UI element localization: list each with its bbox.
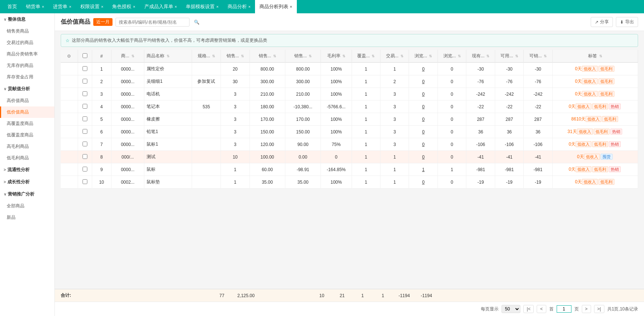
cell-browse1[interactable]: 0 bbox=[409, 151, 437, 163]
close-templates-icon[interactable]: × bbox=[216, 4, 218, 9]
cell-checkbox[interactable] bbox=[78, 126, 92, 138]
row-checkbox[interactable] bbox=[83, 179, 87, 184]
sidebar-item-high-profit[interactable]: 高毛利商品 bbox=[0, 141, 54, 152]
search-input[interactable] bbox=[115, 18, 189, 27]
browse1-value[interactable]: 0 bbox=[422, 142, 425, 147]
search-icon[interactable]: 🔍 bbox=[194, 20, 199, 25]
nav-sales[interactable]: 销货单 × bbox=[21, 0, 48, 13]
browse1-value[interactable]: 0 bbox=[422, 67, 425, 72]
sidebar-item-new-goods[interactable]: 新品 bbox=[0, 212, 54, 223]
cell-browse1[interactable]: 0 bbox=[409, 113, 437, 126]
cell-browse1[interactable]: 0 bbox=[409, 88, 437, 101]
col-cost-header[interactable]: 销售... ⇅ bbox=[285, 50, 321, 62]
sidebar-group-flow[interactable]: > 流通性分析 bbox=[0, 164, 54, 176]
last-page-button[interactable]: >| bbox=[594, 305, 604, 313]
browse1-value[interactable]: 0 bbox=[422, 104, 425, 109]
nav-templates[interactable]: 单据模板设置 × bbox=[181, 0, 223, 13]
col-gross-header[interactable]: 毛利率 ⇅ bbox=[321, 50, 352, 62]
sidebar-item-all-goods[interactable]: 全部商品 bbox=[0, 200, 54, 212]
row-checkbox[interactable] bbox=[83, 129, 87, 134]
sidebar-item-no-stock[interactable]: 无库存的商品 bbox=[0, 60, 54, 71]
row-checkbox[interactable] bbox=[83, 66, 87, 71]
select-all-checkbox[interactable] bbox=[83, 53, 87, 58]
row-checkbox[interactable] bbox=[83, 79, 87, 84]
browse1-value[interactable]: 0 bbox=[422, 154, 425, 160]
cell-browse1[interactable]: 1 bbox=[409, 163, 437, 176]
col-browse1-header[interactable]: 浏览... ⇅ bbox=[409, 50, 437, 62]
sidebar-item-low-coverage[interactable]: 低覆盖度商品 bbox=[0, 129, 54, 141]
browse1-value[interactable]: 0 bbox=[422, 117, 425, 122]
share-button[interactable]: ↗ 分享 bbox=[591, 17, 613, 27]
sidebar-item-stock-capital[interactable]: 库存资金占用 bbox=[0, 71, 54, 83]
sidebar-group-growth[interactable]: > 成长性分析 bbox=[0, 176, 54, 188]
cell-checkbox[interactable] bbox=[78, 113, 92, 126]
row-checkbox[interactable] bbox=[83, 104, 87, 109]
sidebar-item-category-rate[interactable]: 商品分类销售率 bbox=[0, 48, 54, 60]
col-browse2-header[interactable]: 浏览... ⇅ bbox=[437, 50, 466, 62]
close-roles-icon[interactable]: × bbox=[133, 4, 135, 9]
cell-browse1[interactable]: 0 bbox=[409, 176, 437, 188]
export-button[interactable]: ⬇ 导出 bbox=[616, 17, 638, 27]
cell-checkbox[interactable] bbox=[78, 163, 92, 176]
cell-checkbox[interactable] bbox=[78, 101, 92, 113]
first-page-button[interactable]: |< bbox=[523, 305, 534, 313]
close-products-icon[interactable]: × bbox=[175, 4, 177, 9]
cell-browse1[interactable]: 0 bbox=[409, 126, 437, 138]
cell-browse1[interactable]: 0 bbox=[409, 62, 437, 75]
cell-checkbox[interactable] bbox=[78, 138, 92, 151]
cell-browse1[interactable]: 0 bbox=[409, 101, 437, 113]
col-spec-header[interactable]: 规格... ⇅ bbox=[192, 50, 221, 62]
col-trade-header[interactable]: 交易... ⇅ bbox=[380, 50, 409, 62]
sidebar-item-sales-goods[interactable]: 销售类商品 bbox=[0, 26, 54, 37]
sidebar-item-high-value[interactable]: 高价值商品 bbox=[0, 95, 54, 106]
nav-roles[interactable]: 角色授权 × bbox=[108, 0, 140, 13]
col-tags-header[interactable]: 标签 ⇅ bbox=[552, 50, 638, 62]
browse1-value[interactable]: 0 bbox=[422, 79, 425, 84]
cell-checkbox[interactable] bbox=[78, 176, 92, 188]
nav-goods-analysis[interactable]: 商品分析 × bbox=[223, 0, 255, 13]
nav-purchase[interactable]: 进货单 × bbox=[48, 0, 76, 13]
browse1-value[interactable]: 0 bbox=[422, 92, 425, 97]
sidebar-group-marketing[interactable]: ∨ 营销推广分析 bbox=[0, 188, 54, 200]
sidebar-group-contribution[interactable]: ∨ 贡献值分析 bbox=[0, 83, 54, 95]
col-qty-header[interactable]: 销售... ⇅ bbox=[221, 50, 249, 62]
cell-checkbox[interactable] bbox=[78, 62, 92, 75]
cell-checkbox[interactable] bbox=[78, 88, 92, 101]
col-cover-header[interactable]: 覆盖... ⇅ bbox=[352, 50, 380, 62]
sidebar-item-high-coverage[interactable]: 高覆盖度商品 bbox=[0, 118, 54, 129]
cell-checkbox[interactable] bbox=[78, 151, 92, 163]
sidebar-item-low-profit[interactable]: 低毛利商品 bbox=[0, 152, 54, 164]
cell-checkbox[interactable] bbox=[78, 75, 92, 88]
close-goodsanalysis-icon[interactable]: × bbox=[248, 4, 251, 9]
sidebar-item-traded-goods[interactable]: 交易过的商品 bbox=[0, 37, 54, 48]
sidebar-group-overall[interactable]: ∨ 整体信息 bbox=[0, 13, 54, 26]
browse1-value[interactable]: 1 bbox=[422, 167, 425, 172]
close-goodslist-icon[interactable]: × bbox=[290, 4, 292, 9]
row-checkbox[interactable] bbox=[83, 91, 87, 96]
gear-icon[interactable]: ⚙ bbox=[67, 54, 71, 59]
row-checkbox[interactable] bbox=[83, 167, 87, 171]
nav-permissions[interactable]: 权限设置 × bbox=[76, 0, 108, 13]
col-code-header[interactable]: 商... ⇅ bbox=[111, 50, 144, 62]
prev-page-button[interactable]: < bbox=[537, 305, 546, 313]
sidebar-item-low-value[interactable]: 低价值商品 bbox=[0, 106, 54, 118]
close-permissions-icon[interactable]: × bbox=[101, 4, 103, 9]
col-gear[interactable]: ⚙ bbox=[61, 50, 78, 62]
col-avail-header[interactable]: 可用... ⇅ bbox=[495, 50, 523, 62]
close-sales-icon[interactable]: × bbox=[42, 4, 44, 9]
col-saleamt-header[interactable]: 销售... ⇅ bbox=[249, 50, 285, 62]
browse1-value[interactable]: 0 bbox=[422, 129, 425, 135]
row-checkbox[interactable] bbox=[83, 142, 87, 146]
row-checkbox[interactable] bbox=[83, 154, 87, 159]
page-size-select[interactable]: 50 10 20 100 bbox=[502, 305, 520, 313]
col-current-header[interactable]: 现有... ⇅ bbox=[466, 50, 495, 62]
col-checkbox-header[interactable] bbox=[78, 50, 92, 62]
page-number-input[interactable] bbox=[557, 305, 571, 313]
nav-products[interactable]: 产成品入库单 × bbox=[140, 0, 181, 13]
cell-browse1[interactable]: 0 bbox=[409, 138, 437, 151]
browse1-value[interactable]: 0 bbox=[422, 180, 425, 185]
nav-home[interactable]: 首页 bbox=[3, 0, 21, 13]
nav-goods-analysis-list[interactable]: 商品分析列表 × bbox=[255, 0, 296, 13]
close-purchase-icon[interactable]: × bbox=[69, 4, 71, 9]
col-sell-header[interactable]: 可销... ⇅ bbox=[524, 50, 552, 62]
